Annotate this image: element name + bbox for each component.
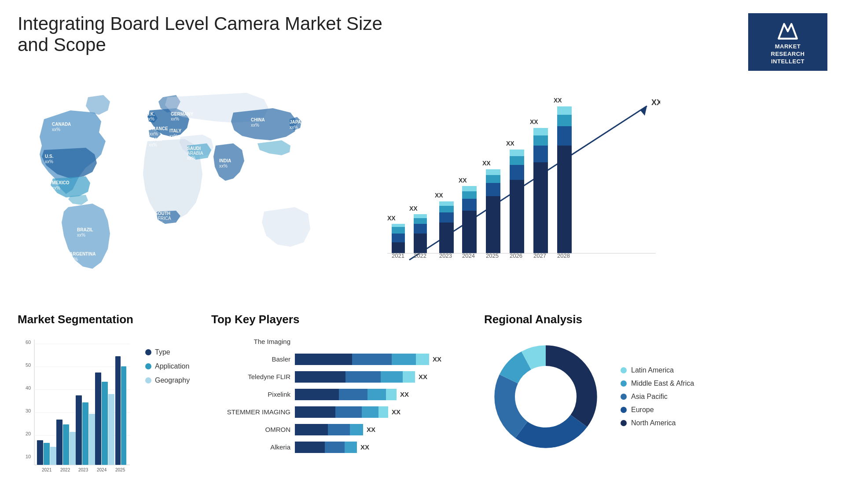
svg-rect-62	[486, 183, 500, 196]
application-label: Application	[155, 362, 189, 370]
player-xx-pixelink: XX	[400, 391, 409, 398]
svg-text:xx%: xx%	[149, 142, 157, 147]
player-basler: Basler XX	[211, 353, 475, 366]
bar-seg1	[295, 354, 352, 365]
legend-middle-east: Middle East & Africa	[621, 380, 694, 387]
svg-rect-45	[414, 218, 427, 224]
svg-text:XX: XX	[554, 97, 562, 104]
svg-rect-55	[462, 211, 477, 253]
donut-section: Latin America Middle East & Africa Asia …	[484, 335, 827, 458]
svg-text:U.K.: U.K.	[146, 112, 155, 117]
bar-seg1	[295, 442, 325, 453]
bar-seg2	[345, 371, 381, 383]
bar-inner-basler	[295, 354, 429, 365]
latin-america-label: Latin America	[631, 366, 674, 374]
svg-text:SPAIN: SPAIN	[149, 137, 162, 142]
geography-label: Geography	[155, 376, 190, 384]
type-label: Type	[155, 348, 170, 356]
svg-rect-104	[63, 424, 69, 465]
svg-text:GERMANY: GERMANY	[171, 112, 193, 117]
map-section: CANADA xx% U.S. xx% MEXICO xx% BRAZIL xx…	[18, 84, 352, 295]
svg-text:U.S.: U.S.	[45, 154, 54, 159]
svg-text:ARGENTINA: ARGENTINA	[70, 252, 96, 256]
player-bar-teledyne: XX	[295, 370, 475, 383]
bar-seg4	[378, 406, 388, 418]
svg-rect-112	[102, 382, 108, 465]
svg-text:2023: 2023	[78, 467, 88, 472]
bar-seg1	[295, 424, 328, 435]
svg-text:50: 50	[26, 362, 31, 368]
seg-bar-chart: 60 50 40 30 20 10	[18, 335, 132, 476]
svg-text:INDIA: INDIA	[219, 158, 231, 163]
svg-marker-0	[779, 24, 797, 39]
svg-rect-49	[439, 223, 454, 253]
bar-seg2	[325, 442, 345, 453]
svg-rect-44	[414, 224, 427, 234]
svg-text:xx%: xx%	[187, 156, 195, 161]
svg-text:xx%: xx%	[251, 123, 259, 128]
svg-text:XX: XX	[459, 177, 467, 184]
player-teledyne: Teledyne FLIR XX	[211, 370, 475, 383]
svg-rect-108	[82, 402, 88, 465]
geography-dot	[145, 377, 151, 383]
svg-text:30: 30	[26, 408, 31, 413]
svg-text:XX: XX	[409, 205, 418, 212]
bar-seg3	[381, 371, 403, 383]
bar-seg2	[335, 406, 362, 418]
bar-seg4	[403, 371, 415, 383]
asia-pacific-dot	[621, 394, 627, 400]
svg-rect-37	[392, 242, 405, 253]
bar-seg4	[386, 389, 397, 400]
svg-text:XX: XX	[506, 140, 514, 147]
svg-text:2024: 2024	[97, 467, 107, 472]
player-bar-alkeria: XX	[295, 441, 475, 454]
svg-text:xx%: xx%	[155, 221, 163, 226]
application-dot	[145, 363, 151, 369]
svg-text:XX: XX	[651, 98, 660, 107]
logo-text: MARKETRESEARCHINTELLECT	[771, 43, 805, 66]
middle-east-label: Middle East & Africa	[631, 380, 694, 387]
player-xx-alkeria: XX	[360, 443, 369, 451]
bar-chart-section: XX XX 2021 XX 2022	[365, 84, 827, 295]
bar-seg4	[416, 354, 429, 365]
svg-rect-107	[76, 395, 82, 465]
world-map: CANADA xx% U.S. xx% MEXICO xx% BRAZIL xx…	[18, 84, 352, 295]
svg-rect-101	[50, 447, 56, 465]
svg-text:xx%: xx%	[219, 164, 228, 168]
donut-chart	[484, 335, 607, 458]
player-the-imaging: The Imaging	[211, 335, 475, 348]
svg-rect-69	[510, 156, 524, 165]
svg-rect-75	[533, 135, 548, 146]
svg-text:XX: XX	[387, 215, 396, 222]
asia-pacific-label: Asia Pacific	[631, 393, 668, 401]
player-xx-teledyne: XX	[419, 373, 427, 380]
bar-seg2	[352, 354, 392, 365]
svg-rect-109	[89, 414, 95, 465]
svg-text:2025: 2025	[115, 467, 125, 472]
player-alkeria: Alkeria XX	[211, 441, 475, 454]
svg-text:ITALY: ITALY	[169, 128, 182, 133]
donut-legend: Latin America Middle East & Africa Asia …	[621, 366, 694, 427]
svg-rect-40	[392, 224, 405, 227]
svg-text:SOUTH: SOUTH	[155, 211, 170, 216]
svg-rect-100	[44, 443, 50, 465]
svg-text:JAPAN: JAPAN	[290, 120, 304, 124]
svg-text:xx%: xx%	[146, 117, 154, 121]
svg-text:20: 20	[26, 431, 31, 436]
player-name-basler: Basler	[211, 355, 290, 363]
player-pixelink: Pixelink XX	[211, 388, 475, 401]
europe-dot	[621, 407, 627, 413]
svg-rect-68	[510, 165, 524, 180]
bar-chart: XX XX 2021 XX 2022	[374, 84, 660, 295]
svg-rect-116	[121, 366, 126, 465]
bar-seg3	[350, 424, 363, 435]
svg-text:SAUDI: SAUDI	[187, 146, 201, 151]
svg-text:10: 10	[26, 454, 31, 459]
svg-rect-73	[533, 162, 548, 253]
bar-seg3	[392, 354, 416, 365]
bar-seg1	[295, 389, 339, 400]
player-xx-stemmer: XX	[392, 408, 400, 416]
svg-rect-38	[392, 234, 405, 242]
page-title: Integrating Board Level Camera Market Si…	[18, 13, 414, 55]
svg-rect-74	[533, 146, 548, 162]
